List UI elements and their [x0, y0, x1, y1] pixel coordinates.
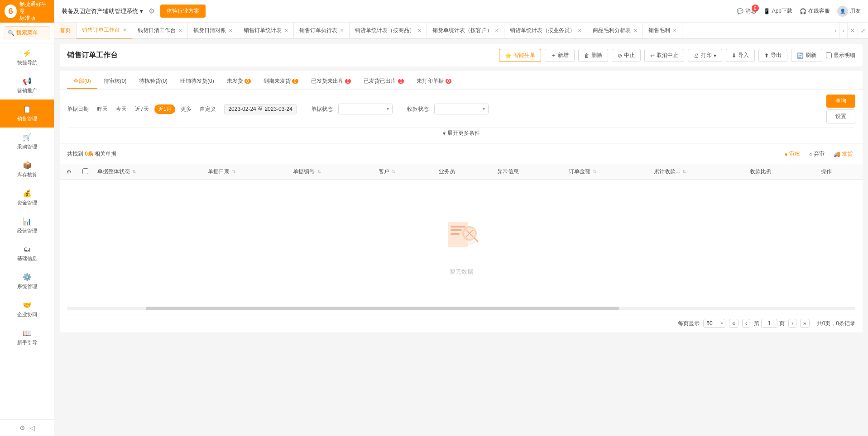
- subtab-shipped-not-out[interactable]: 已发货未出库 0: [305, 75, 358, 89]
- last-page-button[interactable]: »: [800, 319, 810, 328]
- sidebar-item-marketing[interactable]: 📢 营销推广: [0, 71, 54, 100]
- sidebar-item-system[interactable]: ⚙️ 系统管理: [0, 267, 54, 295]
- tab-close-cash-reconcile[interactable]: ✕: [229, 28, 232, 33]
- sidebar-item-operations[interactable]: 📊 经营管理: [0, 212, 54, 240]
- subtab-overdue[interactable]: 到期未发货 0: [257, 75, 305, 89]
- tab-maximize[interactable]: ⤢: [858, 23, 868, 39]
- date-btn-custom[interactable]: 自定义: [197, 104, 219, 114]
- stop-button[interactable]: ⊘ 中止: [612, 49, 641, 62]
- tab-sales-summary-staff[interactable]: 销货单统计表（按业务员） ✕: [504, 23, 587, 39]
- tab-close-sales-workbench[interactable]: ✕: [123, 28, 126, 33]
- sidebar-item-inventory[interactable]: 📦 库存核算: [0, 156, 54, 184]
- page-input[interactable]: [761, 319, 777, 328]
- date-btn-1month[interactable]: 近1月: [154, 104, 176, 114]
- tab-close-product-margin[interactable]: ✕: [633, 28, 637, 33]
- date-btn-today[interactable]: 今天: [113, 104, 129, 114]
- sidebar-collapse-button[interactable]: ◁: [30, 424, 35, 431]
- export-button[interactable]: ⬆ 导出: [758, 49, 787, 62]
- tab-sales-workbench[interactable]: 销售订单工作台 ✕: [77, 23, 132, 39]
- sidebar-item-finance[interactable]: 💰 资金管理: [0, 184, 54, 212]
- select-all-checkbox[interactable]: [82, 168, 88, 174]
- search-button[interactable]: 查询: [826, 95, 855, 108]
- sidebar-item-sales[interactable]: 📋 销售管理: [0, 100, 54, 128]
- system-title-dropdown[interactable]: 装备及固定资产辅助管理系统 ▾: [62, 7, 143, 15]
- sidebar-item-quicknav[interactable]: ⚡ 快捷导航: [0, 43, 54, 71]
- user-menu[interactable]: 👤 用友: [837, 6, 861, 17]
- ship-action-button[interactable]: 🚚 发货: [831, 149, 855, 159]
- next-page-button[interactable]: ›: [788, 319, 796, 328]
- table-header: 共找到 0条 相关单据 ● 审核 ○ 弃审 🚚 发货: [60, 144, 863, 164]
- th-number[interactable]: 单据编号 ⇅: [288, 164, 374, 180]
- th-date[interactable]: 单据日期 ⇅: [203, 164, 288, 180]
- tab-sales-stats[interactable]: 销售订单统计表 ✕: [238, 23, 294, 39]
- tab-product-margin[interactable]: 商品毛利分析表 ✕: [587, 23, 643, 39]
- tab-close-sales-summary-product[interactable]: ✕: [417, 28, 421, 33]
- tab-close-all[interactable]: ✕: [847, 23, 858, 39]
- industry-solution-button[interactable]: 体验行业方案: [160, 5, 206, 18]
- subtab-not-shipped[interactable]: 未发货 0: [221, 75, 257, 89]
- th-customer[interactable]: 客户 ⇅: [374, 164, 434, 180]
- tab-close-sales-stats[interactable]: ✕: [284, 28, 288, 33]
- tab-scroll-left[interactable]: ‹: [832, 23, 839, 39]
- payment-select[interactable]: [434, 104, 489, 114]
- online-service-item[interactable]: 🎧 在线客服: [800, 7, 830, 15]
- tab-sales-summary-product[interactable]: 销货单统计表（按商品） ✕: [350, 23, 427, 39]
- delete-button[interactable]: 🗑 删除: [578, 49, 608, 62]
- horizontal-scrollbar[interactable]: [67, 307, 855, 310]
- settings-icon[interactable]: ⚙: [149, 7, 155, 15]
- tab-sales-summary-customer[interactable]: 销货单统计表（按客户） ✕: [427, 23, 504, 39]
- cancel-review-action-button[interactable]: ○ 弃审: [806, 149, 827, 159]
- refresh-button[interactable]: 🔄 刷新: [791, 49, 822, 62]
- expand-filter-button[interactable]: ▾ 展开更多条件: [67, 127, 855, 139]
- review-action-button[interactable]: ● 审核: [782, 149, 803, 159]
- sidebar-settings-button[interactable]: ⚙: [19, 424, 25, 431]
- date-btn-more[interactable]: 更多: [178, 104, 194, 114]
- tab-close-sales-profit[interactable]: ✕: [673, 28, 676, 33]
- sidebar-item-cooperation[interactable]: 🤝 企业协同: [0, 295, 54, 323]
- tab-cash-daily[interactable]: 钱货日清工作台 ✕: [132, 23, 188, 39]
- date-btn-7days[interactable]: 近7天: [132, 104, 152, 114]
- app-download-item[interactable]: 📱 App下载: [763, 7, 792, 15]
- th-amount[interactable]: 订单金额 ⇅: [564, 164, 649, 180]
- tab-close-cash-daily[interactable]: ✕: [178, 28, 182, 33]
- tab-close-sales-summary-customer[interactable]: ✕: [495, 28, 499, 33]
- show-detail-checkbox[interactable]: [826, 52, 832, 58]
- subtab-all[interactable]: 全部(0): [67, 75, 97, 89]
- tab-scroll-right[interactable]: ›: [839, 23, 847, 39]
- subtab-shipped-out[interactable]: 已发货已出库 0: [357, 75, 410, 89]
- smart-create-button[interactable]: ⭐ 智能生单: [499, 49, 541, 62]
- search-menu-button[interactable]: 🔍 搜索菜单: [4, 26, 50, 39]
- scrollbar-thumb[interactable]: [146, 307, 619, 310]
- tab-sales-profit[interactable]: 销售毛利 ✕: [643, 23, 682, 39]
- print-button[interactable]: 🖨 打印 ▾: [688, 49, 722, 62]
- tab-close-sales-exec[interactable]: ✕: [340, 28, 344, 33]
- date-btn-yesterday[interactable]: 昨天: [94, 104, 110, 114]
- import-button[interactable]: ⬇ 导入: [726, 49, 755, 62]
- th-status[interactable]: 单据整体状态 ⇅: [93, 164, 203, 180]
- tab-cash-reconcile[interactable]: 钱货日清对账 ✕: [188, 23, 238, 39]
- subtab-pending-review[interactable]: 待审核(0): [97, 75, 133, 89]
- add-button[interactable]: ＋ 新增: [545, 49, 575, 62]
- message-icon-item[interactable]: 💬 消息 6: [737, 7, 756, 15]
- prev-page-button[interactable]: ‹: [742, 319, 750, 328]
- th-checkbox[interactable]: [78, 164, 93, 180]
- tab-home[interactable]: 首页: [54, 23, 77, 39]
- first-page-button[interactable]: «: [729, 319, 739, 328]
- cancel-stop-button[interactable]: ↩ 取消中止: [644, 49, 684, 62]
- subtab-wangpu[interactable]: 旺铺待发货(0): [174, 75, 221, 89]
- th-settings[interactable]: ⚙: [60, 164, 78, 180]
- status-select[interactable]: [338, 104, 393, 114]
- setting-button[interactable]: 设置: [826, 109, 855, 123]
- table-scroll-area[interactable]: ⚙ 单据整体状态 ⇅ 单据日期 ⇅ 单据编号: [60, 164, 863, 180]
- tab-sales-exec[interactable]: 销售订单执行表 ✕: [294, 23, 350, 39]
- per-page-select[interactable]: 20 50 100: [703, 319, 725, 328]
- sidebar-item-baseinfo[interactable]: 🗂 基础信息: [0, 240, 54, 267]
- sidebar-item-guide[interactable]: 📖 新手引导: [0, 323, 54, 351]
- tab-close-sales-summary-staff[interactable]: ✕: [578, 28, 581, 33]
- sidebar-item-purchase[interactable]: 🛒 采购管理: [0, 128, 54, 156]
- th-received[interactable]: 累计收款... ⇅: [649, 164, 745, 180]
- subtab-pending-inspect[interactable]: 待拣验货(0): [133, 75, 174, 89]
- inventory-icon: 📦: [23, 161, 32, 170]
- show-detail-checkbox-label[interactable]: 显示明细: [826, 52, 855, 59]
- subtab-not-printed[interactable]: 未打印单据 0: [410, 75, 458, 89]
